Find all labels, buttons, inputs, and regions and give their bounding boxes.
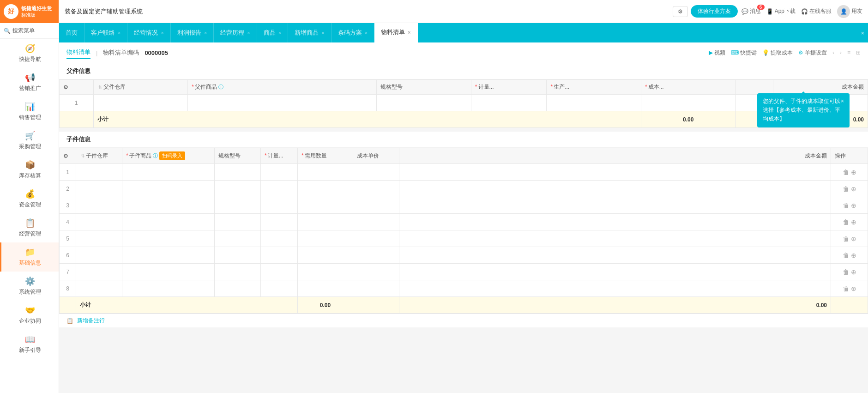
child-spec-8[interactable] xyxy=(215,280,261,297)
app-download-action[interactable]: 📱 App下载 xyxy=(766,7,796,15)
child-warehouse-4[interactable] xyxy=(76,214,122,230)
child-needed-6[interactable] xyxy=(298,247,353,264)
child-spec-5[interactable] xyxy=(215,230,261,247)
copy-icon-2[interactable]: ⊕ xyxy=(851,185,856,193)
child-product-2[interactable] xyxy=(122,181,215,197)
child-unit-5[interactable] xyxy=(261,230,298,247)
child-spec-1[interactable] xyxy=(215,164,261,181)
tab-home[interactable]: 首页 xyxy=(59,23,84,42)
child-warehouse-5[interactable] xyxy=(76,230,122,247)
sidebar-item-inventory[interactable]: 📦 库存核算 xyxy=(0,155,59,184)
tab-product[interactable]: 商品 × xyxy=(257,23,288,42)
child-unit-cost-7[interactable] xyxy=(353,264,399,280)
copy-icon-4[interactable]: ⊕ xyxy=(851,218,856,226)
child-unit-4[interactable] xyxy=(261,214,298,230)
child-needed-7[interactable] xyxy=(298,264,353,280)
search-menu[interactable]: 🔍 搜索菜单 xyxy=(0,23,59,39)
child-spec-2[interactable] xyxy=(215,181,261,197)
tab-new-product[interactable]: 新增商品 × xyxy=(288,23,331,42)
child-product-4[interactable] xyxy=(122,214,215,230)
delete-icon-7[interactable]: 🗑 xyxy=(843,268,849,276)
parent-cost-1[interactable] xyxy=(641,95,736,111)
child-unit-8[interactable] xyxy=(261,280,298,297)
sidebar-item-operation[interactable]: 📋 经营管理 xyxy=(0,213,59,242)
sidebar-item-finance[interactable]: 💰 资金管理 xyxy=(0,184,59,213)
sidebar-item-purchase[interactable]: 🛒 采购管理 xyxy=(0,126,59,155)
child-product-6[interactable] xyxy=(122,247,215,264)
sidebar-item-sales[interactable]: 📊 销售管理 xyxy=(0,97,59,126)
tab-close-profit[interactable]: × xyxy=(204,30,207,36)
child-needed-1[interactable] xyxy=(298,164,353,181)
tab-barcode[interactable]: 条码方案 × xyxy=(332,23,374,42)
child-unit-cost-8[interactable] xyxy=(353,280,399,297)
tab-close-history[interactable]: × xyxy=(247,30,250,36)
sidebar-item-enterprise[interactable]: 🤝 企业协同 xyxy=(0,301,59,330)
page-tab-code[interactable]: 物料清单编码 xyxy=(103,47,139,59)
copy-icon-7[interactable]: ⊕ xyxy=(851,268,856,276)
sidebar-item-quick-nav[interactable]: 🧭 快捷导航 xyxy=(0,39,59,68)
child-needed-8[interactable] xyxy=(298,280,353,297)
child-warehouse-7[interactable] xyxy=(76,264,122,280)
settings-button[interactable]: ⚙ xyxy=(673,6,688,17)
tab-close-product[interactable]: × xyxy=(278,30,281,36)
child-unit-cost-5[interactable] xyxy=(353,230,399,247)
parent-prod-1[interactable] xyxy=(547,95,641,111)
child-spec-7[interactable] xyxy=(215,264,261,280)
copy-icon-5[interactable]: ⊕ xyxy=(851,235,856,242)
tab-close-new-product[interactable]: × xyxy=(321,30,324,36)
page-tab-bom[interactable]: 物料清单 xyxy=(66,46,90,59)
user-action[interactable]: 👤 用友 xyxy=(837,5,862,18)
copy-icon-1[interactable]: ⊕ xyxy=(851,169,856,176)
child-product-5[interactable] xyxy=(122,230,215,247)
nav-expand[interactable]: ⊞ xyxy=(856,49,861,56)
delete-icon-1[interactable]: 🗑 xyxy=(843,169,849,176)
delete-icon-6[interactable]: 🗑 xyxy=(843,252,849,259)
hotkey-toolbar-item[interactable]: ⌨ 快捷键 xyxy=(731,49,757,57)
nav-next[interactable]: › xyxy=(840,49,842,56)
tab-close-customer[interactable]: × xyxy=(118,30,121,36)
child-needed-5[interactable] xyxy=(298,230,353,247)
child-product-7[interactable] xyxy=(122,264,215,280)
parent-unit-1[interactable] xyxy=(471,95,547,111)
child-needed-2[interactable] xyxy=(298,181,353,197)
tab-close-operation[interactable]: × xyxy=(161,30,163,36)
tab-close-barcode[interactable]: × xyxy=(365,30,368,36)
child-unit-7[interactable] xyxy=(261,264,298,280)
delete-icon-4[interactable]: 🗑 xyxy=(843,218,849,226)
sidebar-item-marketing[interactable]: 📢 营销推广 xyxy=(0,68,59,97)
child-product-3[interactable] xyxy=(122,197,215,214)
copy-icon-3[interactable]: ⊕ xyxy=(851,202,856,209)
child-needed-4[interactable] xyxy=(298,214,353,230)
delete-icon-3[interactable]: 🗑 xyxy=(843,202,849,209)
child-needed-3[interactable] xyxy=(298,197,353,214)
child-warehouse-6[interactable] xyxy=(76,247,122,264)
tab-customer[interactable]: 客户联络 × xyxy=(84,23,127,42)
tab-close-all[interactable]: × xyxy=(857,30,868,36)
tab-history[interactable]: 经营历程 × xyxy=(214,23,257,42)
child-warehouse-3[interactable] xyxy=(76,197,122,214)
copy-icon-6[interactable]: ⊕ xyxy=(851,252,856,259)
tooltip-close-button[interactable]: × xyxy=(841,97,844,106)
sidebar-item-guide[interactable]: 📖 新手引导 xyxy=(0,330,59,359)
child-unit-cost-4[interactable] xyxy=(353,214,399,230)
child-spec-4[interactable] xyxy=(215,214,261,230)
copy-icon-8[interactable]: ⊕ xyxy=(851,285,856,292)
tab-operation[interactable]: 经营情况 × xyxy=(127,23,170,42)
child-product-8[interactable] xyxy=(122,280,215,297)
nav-menu[interactable]: ≡ xyxy=(847,49,850,56)
child-unit-6[interactable] xyxy=(261,247,298,264)
delete-icon-8[interactable]: 🗑 xyxy=(843,285,849,292)
scan-input-button[interactable]: 扫码录入 xyxy=(159,151,185,160)
child-unit-2[interactable] xyxy=(261,181,298,197)
child-unit-cost-1[interactable] xyxy=(353,164,399,181)
parent-spec-1[interactable] xyxy=(377,95,471,111)
child-product-1[interactable] xyxy=(122,164,215,181)
trial-button[interactable]: 体验行业方案 xyxy=(691,5,738,18)
tab-bom[interactable]: 物料清单 × xyxy=(374,23,417,42)
parent-col-settings[interactable]: ⚙ xyxy=(60,80,94,95)
sidebar-item-basic-info[interactable]: 📁 基础信息 xyxy=(0,242,59,272)
parent-warehouse-1[interactable] xyxy=(93,95,188,111)
delete-icon-5[interactable]: 🗑 xyxy=(843,235,849,242)
child-col-settings[interactable]: ⚙ xyxy=(60,148,76,164)
child-warehouse-1[interactable] xyxy=(76,164,122,181)
